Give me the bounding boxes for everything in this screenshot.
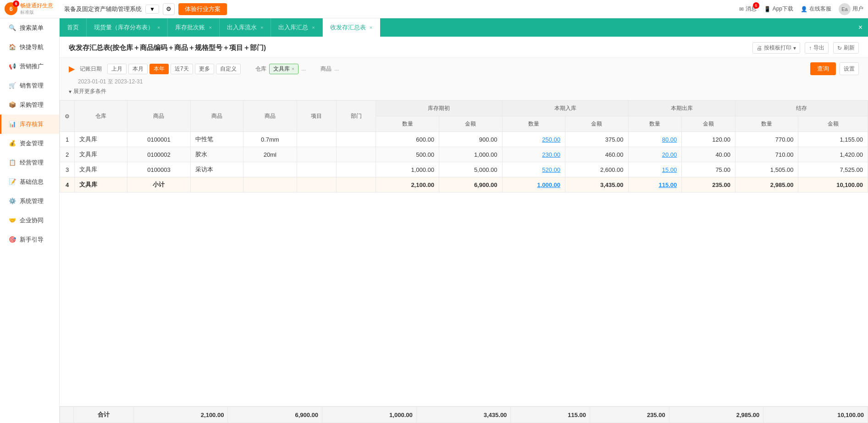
sidebar-item-finance[interactable]: 💰 资金管理 [0, 134, 59, 153]
online-service-button[interactable]: 👤 在线客服 [801, 5, 831, 13]
sidebar-item-sales[interactable]: 🛒 销售管理 [0, 76, 59, 95]
user-area[interactable]: Ea 用户 [839, 3, 863, 15]
col-out-amt: 金额 [682, 116, 735, 132]
row2-out-qty-link[interactable]: 20.00 [662, 151, 677, 158]
date-btn-last-month[interactable]: 上月 [107, 64, 127, 74]
expand-conditions-button[interactable]: ▾ 展开更多条件 [69, 88, 859, 95]
row2-no: 2 [60, 147, 75, 162]
sidebar-item-marketing[interactable]: 📢 营销推广 [0, 57, 59, 76]
tab-batch-ledger[interactable]: 库存批次账 × [168, 18, 219, 37]
tab-inout-summary[interactable]: 出入库汇总 × [271, 18, 322, 37]
message-button[interactable]: ✉ 消息 6 [739, 5, 757, 13]
tab-home[interactable]: 首页 [60, 18, 87, 37]
col-settings[interactable]: ⚙ [60, 101, 75, 132]
subtotal-in-qty-link[interactable]: 1,000.00 [537, 181, 560, 188]
sidebar-item-collab[interactable]: 🤝 企业协同 [0, 211, 59, 230]
row2-open-qty: 500.00 [376, 147, 439, 162]
date-btn-custom[interactable]: 自定义 [216, 64, 241, 74]
filter-area: ▶ 记账日期 上月 本月 本年 近7天 更多 自定义 仓库 文具库 [60, 58, 868, 100]
filter-row-main: ▶ 记账日期 上月 本月 本年 近7天 更多 自定义 仓库 文具库 [69, 62, 859, 75]
tab-stock-dist[interactable]: 现货量（库存分布表） × [87, 18, 168, 37]
row3-bal-qty: 1,505.00 [735, 162, 798, 177]
sidebar-label-sales: 销售管理 [20, 82, 44, 90]
tab-close-batch-ledger[interactable]: × [209, 25, 211, 30]
subtotal-out-qty-link[interactable]: 115.00 [658, 181, 677, 188]
row2-name: 胶水 [190, 147, 243, 162]
page-header: 收发存汇总表(按仓库＋商品编码＋商品＋规格型号＋项目＋部门) 🖨 按模板打印 ▾… [60, 37, 868, 58]
row2-in-qty[interactable]: 230.00 [502, 147, 565, 162]
sidebar-item-basic[interactable]: 📝 基础信息 [0, 172, 59, 192]
row1-out-qty[interactable]: 80.00 [628, 132, 682, 147]
warehouse-tag-close[interactable]: × [292, 66, 294, 71]
total-row: 合计 2,100.00 6,900.00 1,000.00 3,435.00 1… [60, 407, 868, 423]
sidebar-item-inventory[interactable]: 📊 库存核算 [0, 115, 59, 134]
sidebar-label-inventory: 库存核算 [20, 120, 44, 128]
row3-name: 采访本 [190, 162, 243, 177]
col-bal-amt: 金额 [798, 116, 868, 132]
subtotal-no: 4 [60, 177, 75, 192]
col-dept-header: 部门 [337, 101, 376, 132]
row3-bal-amt: 7,525.00 [798, 162, 868, 177]
page-title: 收发存汇总表(按仓库＋商品编码＋商品＋规格型号＋项目＋部门) [69, 44, 266, 52]
subtotal-warehouse: 文具库 [75, 177, 127, 192]
row2-in-qty-link[interactable]: 230.00 [542, 151, 560, 158]
export-button[interactable]: ↑ 导出 [805, 42, 829, 54]
service-icon: 👤 [801, 6, 807, 12]
tab-close-all-button[interactable]: × [853, 18, 868, 37]
trial-button[interactable]: 体验行业方案 [178, 3, 227, 15]
subtotal-out-qty[interactable]: 115.00 [628, 177, 682, 192]
date-shortcuts: 上月 本月 本年 近7天 更多 自定义 [107, 64, 241, 74]
tab-stock-dist-label: 现货量（库存分布表） [94, 23, 154, 32]
total-bal-qty: 2,985.00 [669, 407, 763, 423]
sidebar-item-guide[interactable]: 🎯 新手引导 [0, 230, 59, 249]
tab-recv-send[interactable]: 收发存汇总表 × [323, 18, 380, 37]
sidebar-item-purchase[interactable]: 📦 采购管理 [0, 95, 59, 115]
query-button[interactable]: 查询 [810, 62, 836, 75]
sidebar-item-system[interactable]: ⚙️ 系统管理 [0, 192, 59, 211]
sidebar-item-quicknav[interactable]: 🏠 快捷导航 [0, 38, 59, 57]
row3-code: 0100003 [127, 162, 191, 177]
app-download-button[interactable]: 📱 App下载 [764, 5, 793, 13]
tab-close-recv-send[interactable]: × [370, 25, 372, 30]
tab-home-label: 首页 [67, 23, 79, 32]
row3-out-qty-link[interactable]: 15.00 [662, 166, 677, 173]
tab-close-stock-dist[interactable]: × [157, 25, 160, 30]
row1-out-qty-link[interactable]: 80.00 [662, 136, 677, 143]
row2-bal-amt: 1,420.00 [798, 147, 868, 162]
row3-out-qty[interactable]: 15.00 [628, 162, 682, 177]
print-icon: 🖨 [757, 45, 762, 51]
row1-in-qty[interactable]: 250.00 [502, 132, 565, 147]
expand-icon: ▾ [69, 88, 72, 95]
date-btn-7days[interactable]: 近7天 [171, 64, 193, 74]
date-btn-this-year[interactable]: 本年 [149, 64, 169, 74]
tab-close-inout-flow[interactable]: × [260, 25, 263, 30]
row2-out-qty[interactable]: 20.00 [628, 147, 682, 162]
sidebar-label-search: 搜索菜单 [20, 24, 44, 32]
tab-close-inout-summary[interactable]: × [312, 25, 315, 30]
goods-more[interactable]: ... [334, 66, 339, 72]
tab-inout-flow[interactable]: 出入库流水 × [220, 18, 271, 37]
sidebar-item-operations[interactable]: 📋 经营管理 [0, 153, 59, 172]
system-selector[interactable]: ▼ [145, 5, 159, 14]
date-btn-this-month[interactable]: 本月 [128, 64, 148, 74]
row3-in-qty-link[interactable]: 520.00 [542, 166, 560, 173]
warehouse-more[interactable]: ... [301, 66, 306, 72]
date-label: 记账日期 [80, 65, 102, 73]
col-project-header: 项目 [297, 101, 336, 132]
subtotal-in-qty[interactable]: 1,000.00 [502, 177, 565, 192]
date-btn-more[interactable]: 更多 [195, 64, 214, 74]
col-in-qty: 数量 [502, 116, 565, 132]
filter-settings-button[interactable]: 设置 [840, 62, 859, 75]
settings-gear-button[interactable]: ⚙ [163, 3, 175, 15]
sidebar-item-search[interactable]: 🔍 搜索菜单 [0, 18, 59, 38]
row3-in-qty[interactable]: 520.00 [502, 162, 565, 177]
print-button[interactable]: 🖨 按模板打印 ▾ [752, 42, 800, 54]
refresh-button[interactable]: ↻ 刷新 [833, 42, 859, 54]
row2-bal-qty: 710.00 [735, 147, 798, 162]
col-open-qty: 数量 [376, 116, 439, 132]
export-label: 导出 [813, 44, 824, 52]
row1-in-qty-link[interactable]: 250.00 [542, 136, 560, 143]
total-table: 合计 2,100.00 6,900.00 1,000.00 3,435.00 1… [60, 406, 868, 423]
row1-out-amt: 120.00 [682, 132, 735, 147]
date-range-display: 2023-01-01 至 2023-12-31 [78, 78, 143, 85]
